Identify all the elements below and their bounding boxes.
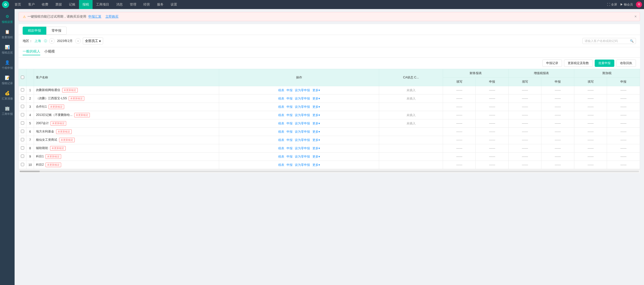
op-zero-declare-8[interactable]: 设为零申报 [295,155,310,158]
sidebar-item-batch-tax[interactable]: 📋 批量报税 [0,26,15,42]
op-more-9[interactable]: 更多▾ [312,163,320,167]
sidebar-item-tax-record[interactable]: 📝 报税记录 [0,72,15,88]
table-row: 3 合作社1 未更新核定 税表 申报 设为零申报 更多▾ —— —— —— ——… [19,103,640,111]
op-more-3[interactable]: 更多▾ [312,113,320,117]
search-icon[interactable]: 🔍 [630,39,634,43]
banner-close-btn[interactable]: × [634,14,637,19]
row-checkbox-1[interactable] [21,97,24,100]
collect-receipt-btn[interactable]: 收取回执 [616,60,636,67]
op-more-7[interactable]: 更多▾ [312,147,320,150]
declare-record-btn[interactable]: 申报记录 [542,60,562,67]
op-more-5[interactable]: 更多▾ [312,130,320,133]
date-prev-btn[interactable]: ‹ [49,38,55,44]
op-declare-5[interactable]: 申报 [287,130,293,133]
nav-service[interactable]: 服务 [153,0,167,9]
row-name-1: （勿删）江西股宝-LSS 未更新核定 [34,94,219,103]
op-zero-declare-4[interactable]: 设为零申报 [295,122,310,125]
main-card: 税款申报 零申报 地区： 上海 ⓘ ‹ 2023年2月 › [19,24,640,173]
select-all-checkbox[interactable] [21,76,24,79]
horizontal-scrollbar[interactable] [19,169,640,173]
sidebar-item-business-report[interactable]: 🏢 工商年报 [0,103,15,118]
row-checkbox-8[interactable] [21,155,24,158]
op-tax-form-4[interactable]: 税表 [278,122,284,125]
fullscreen-btn[interactable]: ⛶ 全屏 [607,3,617,7]
row-checkbox-3[interactable] [21,113,24,116]
row-checkbox-9[interactable] [21,163,24,166]
nav-tax[interactable]: 报税 [79,0,93,9]
op-more-2[interactable]: 更多▾ [312,105,320,109]
nav-customer[interactable]: 客户 [25,0,38,9]
date-next-btn[interactable]: › [75,38,81,44]
op-zero-declare-7[interactable]: 设为零申报 [295,147,310,150]
op-tax-form-9[interactable]: 税表 [278,163,284,167]
row-fill2-3: —— [508,111,541,119]
op-declare-3[interactable]: 申报 [287,113,293,117]
op-zero-declare-3[interactable]: 设为零申报 [295,113,310,117]
op-zero-declare-0[interactable]: 设为零申报 [295,88,310,92]
banner-link-report[interactable]: 申报汇算 [88,14,101,19]
batch-declare-btn[interactable]: 批量申报 [595,60,614,67]
update-tax-btn[interactable]: 更新税定及取数 [564,60,593,67]
nav-invoice[interactable]: 票据 [52,0,65,9]
row-checkbox-2[interactable] [21,105,24,108]
sidebar-item-settlement[interactable]: 💰 汇算清缴 [0,88,15,103]
row-checkbox-5[interactable] [21,130,24,133]
row-checkbox-7[interactable] [21,146,24,150]
scrollbar-thumb[interactable] [20,171,40,172]
tab-zero-declare[interactable]: 零申报 [46,27,67,35]
row-operations-4: 税表 申报 设为零申报 更多▾ [219,119,379,128]
op-tax-form-1[interactable]: 税表 [278,97,284,100]
op-more-0[interactable]: 更多▾ [312,88,320,92]
search-input[interactable] [585,39,630,43]
nav-accounting[interactable]: 记账 [65,0,79,9]
op-declare-9[interactable]: 申报 [287,163,293,167]
status-badge-2: 未更新核定 [49,105,64,109]
sub-tab-general[interactable]: 一般的税人 [23,49,40,55]
op-more-4[interactable]: 更多▾ [312,122,320,125]
employee-select[interactable]: 全部员工 ▾ [83,37,103,44]
sub-tab-small[interactable]: 小规模 [44,49,55,55]
op-declare-0[interactable]: 申报 [287,88,293,92]
nav-home[interactable]: 首页 [11,0,25,9]
op-zero-declare-9[interactable]: 设为零申报 [295,163,310,167]
op-declare-4[interactable]: 申报 [287,122,293,125]
app-logo: ✿ [2,1,9,8]
nav-manage[interactable]: 管理 [126,0,140,9]
op-zero-declare-2[interactable]: 设为零申报 [295,105,310,109]
nav-billing[interactable]: 收费 [38,0,52,9]
op-more-8[interactable]: 更多▾ [312,155,320,158]
nav-operation[interactable]: 经营 [140,0,153,9]
op-zero-declare-1[interactable]: 设为零申报 [295,97,310,100]
op-tax-form-3[interactable]: 税表 [278,113,284,117]
sidebar-item-tax-settings[interactable]: ⚙ 报税设置 [0,11,15,26]
banner-link-buy[interactable]: 立即购买 [105,14,118,19]
sidebar-item-tax-overview[interactable]: 📊 报税总览 [0,42,15,57]
op-tax-form-7[interactable]: 税表 [278,147,284,150]
op-declare-1[interactable]: 申报 [287,97,293,100]
nav-business[interactable]: 工商项目 [93,0,113,9]
op-more-6[interactable]: 更多▾ [312,138,320,142]
op-tax-form-5[interactable]: 税表 [278,130,284,133]
sidebar-item-personal-tax[interactable]: 👤 个税申报 [0,57,15,72]
nav-settings[interactable]: 设置 [167,0,181,9]
header-fill-2: 填写 [508,78,541,86]
nav-message[interactable]: 消息 [113,0,126,9]
user-avatar[interactable]: 用 [636,2,642,8]
op-declare-2[interactable]: 申报 [287,105,293,109]
op-declare-8[interactable]: 申报 [287,155,293,158]
op-declare-6[interactable]: 申报 [287,138,293,142]
row-checkbox-6[interactable] [21,138,24,141]
op-tax-form-6[interactable]: 税表 [278,138,284,142]
row-checkbox-4[interactable] [21,121,24,125]
op-declare-7[interactable]: 申报 [287,147,293,150]
tab-tax-declare[interactable]: 税款申报 [23,27,46,35]
op-tax-form-2[interactable]: 税表 [278,105,284,109]
row-checkbox-0[interactable] [21,88,24,91]
vip-btn[interactable]: ▶ 畅会员 [620,3,633,7]
op-tax-form-0[interactable]: 税表 [278,88,284,92]
op-zero-declare-5[interactable]: 设为零申报 [295,130,310,133]
op-tax-form-8[interactable]: 税表 [278,155,284,158]
op-more-1[interactable]: 更多▾ [312,97,320,100]
op-zero-declare-6[interactable]: 设为零申报 [295,138,310,142]
date-nav: ‹ 2023年2月 › [49,38,81,44]
